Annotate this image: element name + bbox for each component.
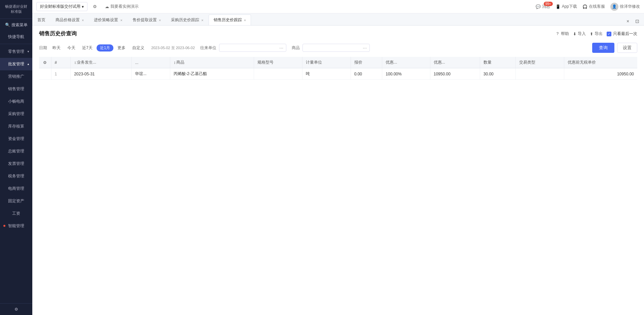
app-download-label: App下载 (562, 4, 577, 9)
logo-line2: 标准版 (3, 9, 30, 14)
sidebar-item-invoice[interactable]: 发票管理 (0, 158, 32, 170)
date-btn-1month[interactable]: 近1月 (97, 44, 114, 51)
sidebar-item-inventory[interactable]: 库存核算 (0, 120, 32, 133)
source-unit-picker-icon[interactable]: ··· (279, 45, 283, 50)
date-btn-7days[interactable]: 近7天 (79, 44, 95, 51)
sidebar-item-sales[interactable]: 销售管理 (0, 83, 32, 95)
help-button[interactable]: ？ 帮助 (556, 31, 569, 37)
sidebar-item-marketing[interactable]: 营销推广 (0, 70, 32, 83)
export-label: 导出 (595, 31, 603, 37)
tab-close-icon[interactable]: × (244, 18, 246, 22)
tab-label: 销售历史价跟踪 (214, 17, 242, 23)
tab-label: 商品价格设置 (56, 17, 80, 23)
sidebar-item-smart[interactable]: 智能管理 (0, 220, 32, 232)
tab-close-icon[interactable]: × (201, 18, 203, 22)
sidebar-item-tax[interactable]: 税务管理 (0, 170, 32, 182)
module-selector[interactable]: 好业财标准版交付试用 ▾ (36, 2, 87, 11)
sidebar-item-label: 发票管理 (8, 161, 24, 167)
help-label: 帮助 (561, 31, 569, 37)
column-more[interactable]: ... (132, 57, 170, 68)
app-download-button[interactable]: 📱 App下载 (556, 4, 577, 9)
sidebar-item-ledger[interactable]: 总账管理 (0, 145, 32, 158)
sidebar-item-ecommerce[interactable]: 电商管理 (0, 182, 32, 195)
sidebar-settings-button[interactable]: ⚙ (0, 304, 32, 315)
logo-line1: 畅捷通好业财 (3, 4, 30, 9)
sidebar-item-label: 库存核算 (8, 124, 24, 129)
sidebar-item-assets[interactable]: 固定资产 (0, 195, 32, 207)
module-settings-button[interactable]: ⚙ (90, 2, 100, 11)
checkbox-checked-icon: ✓ (607, 32, 611, 36)
close-tab-button[interactable]: × (624, 17, 632, 25)
export-button[interactable]: ⬆ 导出 (590, 31, 603, 37)
sidebar-item-wholesale[interactable]: 批发管理 (0, 58, 32, 70)
sidebar-logo: 畅捷通好业财 标准版 (0, 0, 32, 19)
message-button[interactable]: 💬 消息 99+ (536, 4, 550, 9)
user-menu[interactable]: 👤 徐泽华修改 (610, 3, 640, 11)
date-btn-yesterday[interactable]: 昨天 (50, 44, 63, 51)
sidebar-nav[interactable]: 快捷导航 (0, 31, 32, 42)
product-input[interactable] (306, 45, 361, 50)
sidebar-item-label: 零售管理 (8, 49, 24, 55)
demo-link[interactable]: ☁ 我要看实例演示 (105, 4, 139, 9)
search-icon: 🔍 (5, 23, 10, 27)
column-spec: 规格型号 (254, 57, 302, 68)
tab-purchase-strategy[interactable]: 进价策略设置 × (89, 14, 127, 25)
maximize-button[interactable]: ⊡ (633, 17, 641, 25)
date-btn-today[interactable]: 今天 (65, 44, 78, 51)
phone-icon: 📱 (556, 4, 561, 9)
tab-close-icon[interactable]: × (159, 18, 161, 22)
sidebar-search-label: 搜索菜单 (11, 22, 28, 28)
tab-label: 进价策略设置 (94, 17, 118, 23)
cell-gear (39, 68, 51, 80)
sidebar-divider (0, 44, 32, 44)
sidebar-item-small-ecommerce[interactable]: 小畅电商 (0, 95, 32, 108)
sidebar-item-label: 销售管理 (8, 86, 24, 92)
tab-purchase-history[interactable]: 采购历史价跟踪 × (166, 14, 208, 25)
date-btn-custom[interactable]: 自定义 (130, 44, 147, 51)
date-btn-more[interactable]: 更多 (115, 44, 128, 51)
sidebar-item-label: 采购管理 (8, 111, 24, 117)
column-quote: 报价 (351, 57, 382, 68)
data-table: ⚙ # ↕ 业务发生... ... ↕ 商品 (39, 57, 637, 80)
gear-icon: ⚙ (93, 4, 97, 9)
sidebar-item-label: 批发管理 (8, 61, 24, 67)
sidebar-item-payroll[interactable]: 工资 (0, 207, 32, 220)
online-service-button[interactable]: 🎧 在线客服 (582, 4, 605, 9)
column-gear[interactable]: ⚙ (39, 57, 51, 68)
user-name: 徐泽华修改 (620, 4, 640, 9)
only-last-label: 只看最后一次 (613, 31, 637, 37)
tab-home[interactable]: 首页 (32, 14, 50, 25)
sidebar-bottom: ⚙ (0, 303, 32, 315)
cell-product: 丙烯酸-2-乙基己酯 (170, 68, 254, 80)
sidebar-nav-label: 快捷导航 (8, 34, 24, 39)
tab-product-price[interactable]: 商品价格设置 × (50, 14, 89, 25)
tab-sales-history[interactable]: 销售历史价跟踪 × (209, 14, 251, 25)
source-unit-input[interactable] (222, 45, 278, 50)
sidebar-search[interactable]: 🔍 搜索菜单 (0, 19, 32, 31)
table-wrap: ⚙ # ↕ 业务发生... ... ↕ 商品 (32, 57, 644, 315)
tab-label: 首页 (37, 17, 45, 23)
import-label: 导入 (578, 31, 586, 37)
date-filter-buttons: 昨天 今天 近7天 近1月 更多 自定义 (50, 44, 147, 51)
query-button[interactable]: 查询 (592, 43, 614, 53)
product-picker-icon[interactable]: ··· (363, 45, 367, 50)
topbar-right: 💬 消息 99+ 📱 App下载 🎧 在线客服 👤 徐泽华修改 (536, 3, 640, 11)
source-unit-label: 往来单位 (200, 45, 216, 51)
sidebar-item-purchase[interactable]: 采购管理 (0, 108, 32, 120)
cell-trans-type (516, 68, 564, 80)
sidebar-item-retail[interactable]: 零售管理 (0, 45, 32, 58)
column-trans-type: 交易类型 (516, 57, 564, 68)
column-unit: 计量单位 (302, 57, 351, 68)
import-button[interactable]: ⬇ 导入 (573, 31, 586, 37)
tab-close-icon[interactable]: × (82, 18, 84, 22)
column-biz-date[interactable]: ↕ 业务发生... (71, 57, 132, 68)
tab-close-icon[interactable]: × (120, 18, 122, 22)
filter-area: 日期 昨天 今天 近7天 近1月 更多 自定义 2023-05-02 至 202… (32, 41, 644, 57)
sidebar-item-finance[interactable]: 资金管理 (0, 133, 32, 145)
table-row[interactable]: 1 2023-05-31 华谊... 丙烯酸-2-乙基己酯 吨 0.00 100… (39, 68, 637, 80)
tab-price-extract[interactable]: 售价提取设置 × (128, 14, 166, 25)
only-last-checkbox[interactable]: ✓ 只看最后一次 (607, 31, 637, 37)
settings-button[interactable]: 设置 (617, 43, 637, 53)
column-product[interactable]: ↕ 商品 (170, 57, 254, 68)
page-actions: ？ 帮助 ⬇ 导入 ⬆ 导出 ✓ 只看最后一次 (556, 31, 637, 37)
